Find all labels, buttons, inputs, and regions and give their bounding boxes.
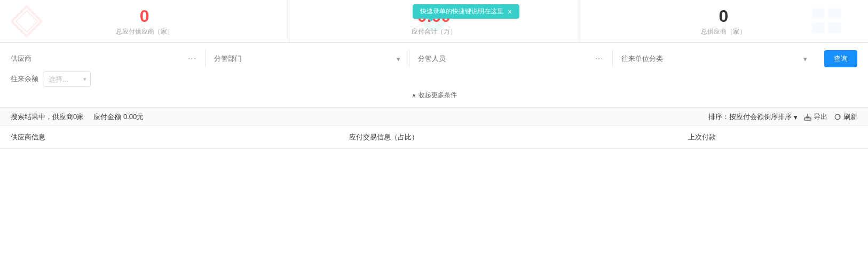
collapse-more-conditions-btn[interactable]: ∧ 收起更多条件 <box>412 91 457 100</box>
table-col-transaction-info: 应付交易信息（占比） <box>349 132 688 142</box>
sort-label: 排序：按应付会额倒序排序 <box>708 112 792 122</box>
tooltip-close-btn[interactable]: × <box>508 8 512 15</box>
svg-rect-10 <box>812 22 825 33</box>
sort-button[interactable]: 排序：按应付会额倒序排序 ▾ <box>708 112 798 122</box>
balance-select-wrap[interactable]: 选择... <box>43 72 91 87</box>
supplier-label: 供应商 <box>11 54 37 64</box>
person-label: 分管人员 <box>418 54 446 64</box>
supplier-dots[interactable]: ··· <box>188 54 196 64</box>
refresh-label: 刷新 <box>843 112 857 122</box>
result-amount-info: 应付金额 0.00元 <box>93 113 144 121</box>
quick-shortcut-tooltip: 快速录单的快捷键说明在这里 × <box>413 4 519 19</box>
stat-total-suppliers: 0 总供应商（家） <box>579 0 868 42</box>
stat-total-payable-suppliers: 0 总应付供应商（家） <box>0 0 289 42</box>
result-info: 搜索结果中，供应商0家 应付金额 0.00元 <box>11 112 144 122</box>
stat-label-payable-total: 应付合计（万） <box>412 27 456 36</box>
table-header: 供应商信息 应付交易信息（占比） 上次付款 <box>0 126 868 149</box>
balance-label: 往来余额 <box>11 74 38 84</box>
top-stats-bar: 0 总应付供应商（家） 快速录单的快捷键说明在这里 × 0.00 <box>0 0 868 43</box>
stat-payable-total: 快速录单的快捷键说明在这里 × 0.00 应付合计（万） <box>289 0 579 42</box>
department-label: 分管部门 <box>214 54 242 64</box>
svg-rect-8 <box>812 8 825 19</box>
unit-class-label: 往来单位分类 <box>621 54 663 64</box>
stat-number-total-suppliers: 0 <box>719 6 728 26</box>
search-button[interactable]: 查询 <box>824 50 857 67</box>
unit-class-field: 往来单位分类 ▾ <box>613 50 816 67</box>
collapse-arrow-icon: ∧ <box>412 92 416 99</box>
stat-number-payable-suppliers: 0 <box>140 6 149 26</box>
stat-label-payable-suppliers: 总应付供应商（家） <box>116 27 173 36</box>
svg-rect-9 <box>828 8 841 19</box>
search-area: 供应商 ··· 分管部门 ▾ 分管人员 ··· 往来单位分类 ▾ 查询 往来余额 <box>0 43 868 108</box>
person-input[interactable] <box>450 55 591 63</box>
table-body <box>0 149 868 275</box>
department-dropdown-icon[interactable]: ▾ <box>397 55 400 63</box>
result-actions: 排序：按应付会额倒序排序 ▾ 导出 刷新 <box>708 112 857 122</box>
department-field: 分管部门 ▾ <box>206 50 409 67</box>
tooltip-text: 快速录单的快捷键说明在这里 <box>420 7 503 16</box>
balance-field: 往来余额 选择... <box>11 72 91 87</box>
svg-rect-11 <box>828 22 841 33</box>
balance-select[interactable]: 选择... <box>43 72 91 87</box>
sort-chevron-icon: ▾ <box>794 113 798 121</box>
unit-class-input[interactable] <box>667 55 799 63</box>
supplier-field: 供应商 ··· <box>11 50 206 67</box>
export-icon <box>804 113 811 121</box>
diamond-bg-icon <box>11 5 43 37</box>
stat-label-total-suppliers: 总供应商（家） <box>701 27 746 36</box>
export-button[interactable]: 导出 <box>804 112 827 122</box>
table-col-supplier-info: 供应商信息 <box>11 132 349 142</box>
department-input[interactable] <box>246 55 392 63</box>
person-dots[interactable]: ··· <box>595 54 603 64</box>
export-label: 导出 <box>814 112 827 122</box>
result-bar: 搜索结果中，供应商0家 应付金额 0.00元 排序：按应付会额倒序排序 ▾ 导出… <box>0 108 868 126</box>
collapse-label: 收起更多条件 <box>419 91 457 100</box>
result-suppliers-info: 搜索结果中，供应商0家 <box>11 113 84 121</box>
person-field: 分管人员 ··· <box>409 50 613 67</box>
search-row-2: 往来余额 选择... <box>11 72 857 87</box>
table-col-last-payment: 上次付款 <box>688 132 857 142</box>
search-row-1: 供应商 ··· 分管部门 ▾ 分管人员 ··· 往来单位分类 ▾ 查询 <box>11 50 857 67</box>
unit-class-dropdown-icon[interactable]: ▾ <box>803 55 807 63</box>
refresh-icon <box>834 113 841 121</box>
refresh-button[interactable]: 刷新 <box>834 112 857 122</box>
supplier-input[interactable] <box>42 55 184 63</box>
doc-bg-icon <box>809 5 847 37</box>
